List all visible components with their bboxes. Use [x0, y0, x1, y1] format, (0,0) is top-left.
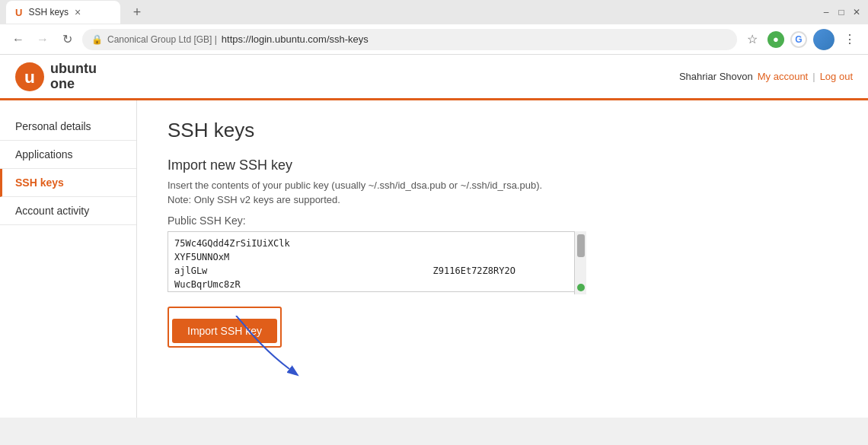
ssh-key-input[interactable]: 75Wc4GQdd4ZrSiIUiXClk XYF5UNNOxM ajlGLw … — [168, 231, 586, 292]
main-layout: Personal details Applications SSH keys A… — [0, 100, 868, 418]
sidebar-item-ssh-keys[interactable]: SSH keys — [0, 169, 136, 197]
lock-icon: 🔒 — [91, 34, 103, 45]
field-label: Public SSH Key: — [168, 215, 838, 227]
active-tab[interactable]: U SSH keys × — [6, 1, 120, 24]
url-prefix: Canonical Group Ltd [GB] | — [107, 34, 217, 45]
minimize-button[interactable]: – — [821, 7, 831, 17]
sidebar: Personal details Applications SSH keys A… — [0, 100, 137, 418]
forward-button[interactable]: → — [34, 30, 52, 49]
toolbar-right: ☆ ● G ⋮ — [743, 29, 859, 50]
browser-chrome: U SSH keys × + – □ ✕ ← → ↻ 🔒 Canonical G… — [0, 0, 868, 55]
profile-avatar[interactable] — [813, 29, 834, 50]
title-bar: U SSH keys × + – □ ✕ — [0, 0, 868, 24]
section-note: Note: Only SSH v2 keys are supported. — [168, 194, 838, 205]
url-text: https://login.ubuntu.com/ssh-keys — [222, 33, 369, 45]
page-title: SSH keys — [168, 119, 838, 142]
my-account-link[interactable]: My account — [758, 71, 808, 82]
extension-icon-g[interactable]: G — [790, 31, 807, 48]
logout-link[interactable]: Log out — [820, 71, 853, 82]
url-bar[interactable]: 🔒 Canonical Group Ltd [GB] | https://log… — [82, 29, 737, 50]
tab-close-button[interactable]: × — [75, 6, 81, 18]
textarea-wrapper: 75Wc4GQdd4ZrSiIUiXClk XYF5UNNOxM ajlGLw … — [168, 231, 586, 294]
close-button[interactable]: ✕ — [851, 7, 862, 17]
sidebar-item-account-activity[interactable]: Account activity — [0, 197, 136, 225]
tab-favicon: U — [15, 7, 22, 18]
import-ssh-key-button[interactable]: Import SSH key — [172, 319, 277, 343]
import-button-highlight: Import SSH key — [168, 307, 282, 348]
ubuntu-logo[interactable]: u ubuntu one — [15, 62, 97, 92]
address-bar: ← → ↻ 🔒 Canonical Group Ltd [GB] | https… — [0, 24, 868, 55]
extension-icon-green[interactable]: ● — [767, 31, 784, 48]
ubuntu-brand-text: ubuntu one — [50, 62, 97, 92]
section-description: Insert the contents of your public key (… — [168, 180, 838, 191]
ubuntu-u-icon: u — [15, 62, 44, 91]
sidebar-item-personal-details[interactable]: Personal details — [0, 113, 136, 141]
import-section: Import SSH key — [168, 300, 282, 348]
one-word: one — [50, 77, 97, 92]
site-header: u ubuntu one Shahriar Shovon My account … — [0, 55, 868, 100]
new-tab-button[interactable]: + — [126, 2, 148, 23]
ubuntu-word: ubuntu — [50, 62, 97, 77]
bookmark-icon[interactable]: ☆ — [743, 30, 761, 49]
pipe-separator: | — [812, 71, 815, 82]
page-content: u ubuntu one Shahriar Shovon My account … — [0, 55, 868, 418]
window-controls: – □ ✕ — [821, 7, 862, 17]
sidebar-item-applications[interactable]: Applications — [0, 141, 136, 169]
header-user-info: Shahriar Shovon My account | Log out — [679, 71, 853, 82]
svg-text:u: u — [24, 66, 35, 86]
back-button[interactable]: ← — [9, 30, 27, 49]
maximize-button[interactable]: □ — [836, 7, 847, 17]
content-area: SSH keys Import new SSH key Insert the c… — [137, 100, 868, 418]
tab-title: SSH keys — [28, 7, 69, 17]
section-title: Import new SSH key — [168, 157, 838, 173]
username-text: Shahriar Shovon — [679, 71, 753, 82]
menu-icon[interactable]: ⋮ — [841, 30, 859, 49]
refresh-button[interactable]: ↻ — [58, 30, 76, 49]
